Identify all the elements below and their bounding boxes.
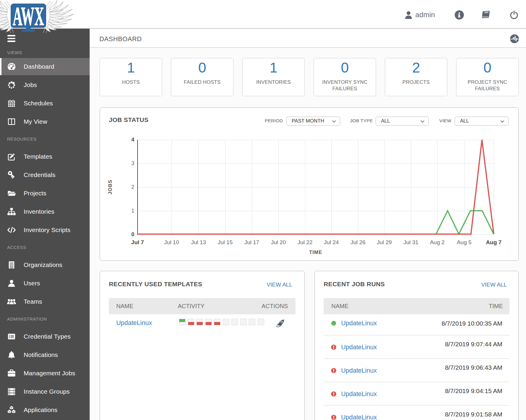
svg-text:AWX: AWX [13,1,44,31]
